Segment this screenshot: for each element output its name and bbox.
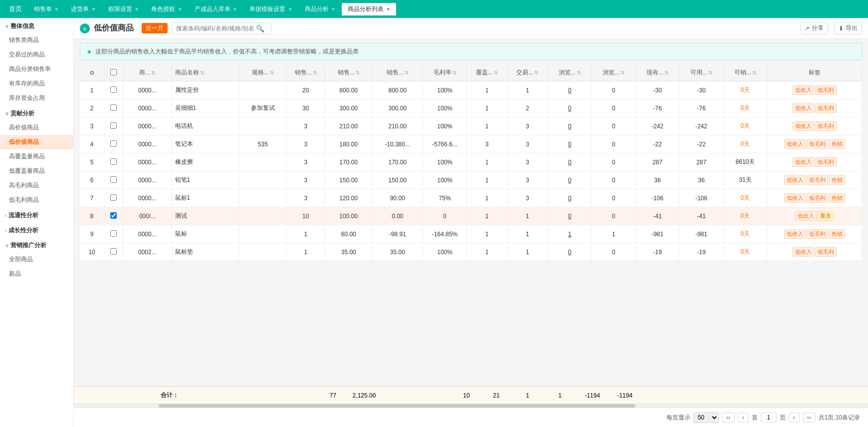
row-checkbox-cell[interactable] xyxy=(104,225,123,243)
sidebar-section-marketing[interactable]: ∨ 营销推广分析 xyxy=(0,237,73,252)
row-browse1[interactable]: 0 xyxy=(548,81,592,99)
row-checkbox[interactable] xyxy=(110,176,117,183)
table-container[interactable]: ⚙ 商...⇅ 商品名称⇅ 规格...⇅ 销售...⇅ 销售...⇅ 销售...… xyxy=(80,64,862,386)
row-checkbox-cell[interactable] xyxy=(104,135,123,153)
row-browse1[interactable]: 0 xyxy=(548,99,592,117)
browse1-link[interactable]: 0 xyxy=(568,123,572,130)
row-browse1[interactable]: 0 xyxy=(548,153,592,171)
th-tags: 标签 xyxy=(767,64,862,81)
page-input[interactable] xyxy=(761,413,777,423)
sidebar-section-overall[interactable]: ∨ 整体信息 xyxy=(0,18,73,33)
sidebar-section-contribution[interactable]: ∨ 贡献分析 xyxy=(0,105,73,120)
row-browse1[interactable]: 0 xyxy=(548,117,592,135)
footer-summary: 合计： 77 2,125.00 10 21 1 1 -1194 -1194 xyxy=(74,386,868,404)
sidebar-item-new-products[interactable]: 新品 xyxy=(0,267,73,281)
table-row: 1 0000... 属性定价 20 800.00 800.00 100% 1 1… xyxy=(80,81,862,99)
row-checkbox[interactable] xyxy=(110,104,117,111)
nav-item-roles[interactable]: 角色授权× xyxy=(145,3,187,15)
sidebar-item-sales-products[interactable]: 销售类商品 xyxy=(0,33,73,47)
row-sale-amount: -10,380... xyxy=(372,135,423,153)
nav-item-inbound[interactable]: 产成品入库单× xyxy=(189,3,242,15)
nav-home[interactable]: 首页 xyxy=(4,2,27,15)
nav-item-product-analysis-list[interactable]: 商品分析列表× xyxy=(342,3,396,15)
row-num: 3 xyxy=(80,117,104,135)
row-avail: -30 xyxy=(679,81,723,99)
page-size-select[interactable]: 50 100 200 xyxy=(693,412,719,423)
page-suffix: 页 xyxy=(780,414,786,422)
row-browse1[interactable]: 1 xyxy=(548,225,592,243)
row-checkbox[interactable] xyxy=(110,194,117,201)
sidebar-item-low-value[interactable]: 低价值商品 xyxy=(0,135,73,149)
row-cover: 1 xyxy=(467,81,507,99)
browse1-link[interactable]: 0 xyxy=(568,87,572,94)
next-page-btn[interactable]: › xyxy=(789,413,800,423)
row-checkbox-cell[interactable] xyxy=(104,117,123,135)
browse1-link[interactable]: 0 xyxy=(568,177,572,184)
row-browse2: 0 xyxy=(592,207,636,225)
sidebar-collapse-btn[interactable]: « xyxy=(80,23,90,33)
row-checkbox-cell[interactable] xyxy=(104,81,123,99)
row-checkbox[interactable] xyxy=(110,86,117,93)
row-code: 0000... xyxy=(123,171,172,189)
period-btn[interactable]: 近一月 xyxy=(142,23,168,33)
row-browse1[interactable]: 0 xyxy=(548,189,592,207)
table-row: 7 0000... 鼠标1 3 120.00 90.00 75% 1 3 0 0… xyxy=(80,189,862,207)
row-num: 5 xyxy=(80,153,104,171)
sidebar-item-capital[interactable]: 库存资金占用 xyxy=(0,91,73,105)
settings-icon[interactable]: ⚙ xyxy=(89,69,95,76)
browse1-link[interactable]: 0 xyxy=(568,249,572,256)
sidebar-item-stock-products[interactable]: 有库存的商品 xyxy=(0,76,73,91)
row-sale-price: 150.00 xyxy=(325,171,372,189)
row-checkbox[interactable] xyxy=(110,122,117,129)
sidebar-item-category-rate[interactable]: 商品分类销售率 xyxy=(0,62,73,76)
browse1-link[interactable]: 1 xyxy=(568,231,572,238)
sidebar-item-traded-products[interactable]: 交易过的商品 xyxy=(0,47,73,62)
row-browse1[interactable]: 0 xyxy=(548,243,592,261)
nav-item-purchase[interactable]: 进货单× xyxy=(65,3,101,15)
sidebar-item-high-margin[interactable]: 高毛利商品 xyxy=(0,178,73,193)
row-checkbox-cell[interactable] xyxy=(104,243,123,261)
browse1-link[interactable]: 0 xyxy=(568,195,572,202)
sidebar-section-flow[interactable]: › 流通性分析 xyxy=(0,207,73,222)
search-icon[interactable]: 🔍 xyxy=(256,24,264,32)
row-checkbox-cell[interactable] xyxy=(104,171,123,189)
row-checkbox[interactable] xyxy=(110,158,117,165)
tag-badge: 低收入 xyxy=(793,85,814,95)
tag-badge: 低收入 xyxy=(793,121,814,131)
row-checkbox[interactable] xyxy=(110,212,117,219)
prev-page-btn[interactable]: ‹ xyxy=(738,413,749,423)
nav-item-template[interactable]: 单据模板设置× xyxy=(243,3,297,15)
browse1-link[interactable]: 0 xyxy=(568,213,572,220)
browse1-link[interactable]: 0 xyxy=(568,141,572,148)
first-page-btn[interactable]: ‹‹ xyxy=(722,413,735,423)
row-tags: 低收入低毛利 xyxy=(767,81,862,99)
select-all-checkbox[interactable] xyxy=(110,69,117,75)
sidebar-item-high-coverage[interactable]: 高覆盖量商品 xyxy=(0,149,73,164)
search-box: 🔍 xyxy=(172,22,271,34)
row-code: 0000... xyxy=(123,225,172,243)
share-btn[interactable]: ↗ 分享 xyxy=(800,22,828,34)
row-checkbox-cell[interactable] xyxy=(104,189,123,207)
sidebar-item-low-margin[interactable]: 低毛利商品 xyxy=(0,193,73,207)
nav-item-product-analysis[interactable]: 商品分析× xyxy=(299,3,341,15)
last-page-btn[interactable]: ›› xyxy=(803,413,816,423)
browse1-link[interactable]: 0 xyxy=(568,105,572,112)
row-checkbox-cell[interactable] xyxy=(104,207,123,225)
browse1-link[interactable]: 0 xyxy=(568,159,572,166)
row-checkbox-cell[interactable] xyxy=(104,153,123,171)
sidebar-item-high-value[interactable]: 高价值商品 xyxy=(0,120,73,135)
nav-item-permissions[interactable]: 权限设置× xyxy=(102,3,144,15)
row-browse1[interactable]: 0 xyxy=(548,207,592,225)
row-checkbox[interactable] xyxy=(110,248,117,255)
nav-item-sales[interactable]: 销售单× xyxy=(28,3,64,15)
sidebar-item-low-coverage[interactable]: 低覆盖量商品 xyxy=(0,164,73,178)
sidebar-section-growth[interactable]: › 成长性分析 xyxy=(0,222,73,237)
row-checkbox[interactable] xyxy=(110,230,117,237)
sidebar-item-all-products[interactable]: 全部商品 xyxy=(0,252,73,267)
row-checkbox[interactable] xyxy=(110,140,117,147)
row-browse1[interactable]: 0 xyxy=(548,135,592,153)
row-checkbox-cell[interactable] xyxy=(104,99,123,117)
row-browse1[interactable]: 0 xyxy=(548,171,592,189)
export-btn[interactable]: ⬇ 导出 xyxy=(834,22,862,34)
search-input[interactable] xyxy=(176,25,256,32)
